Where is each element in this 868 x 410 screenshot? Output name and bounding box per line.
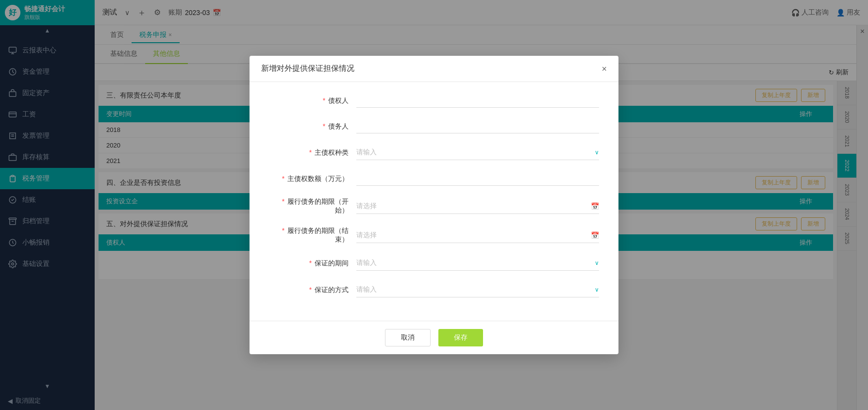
- period-end-label: * 履行债务的期限（结束）: [269, 227, 356, 244]
- claim-amount-label: * 主债权数额（万元）: [269, 175, 356, 183]
- save-button[interactable]: 保存: [438, 329, 483, 346]
- guarantee-method-label-text: 保证的方式: [315, 286, 349, 294]
- form-row-creditor: * 债权人: [269, 94, 599, 108]
- period-end-date-picker[interactable]: 请选择 📅: [356, 228, 599, 243]
- guarantee-period-select[interactable]: 请输入 ∨: [356, 256, 599, 271]
- guarantee-period-label-text: 保证的期间: [315, 259, 349, 267]
- period-end-placeholder: 请选择: [356, 231, 377, 240]
- claim-amount-control: [356, 172, 599, 186]
- debtor-label: * 债务人: [269, 122, 356, 131]
- modal-footer: 取消 保存: [250, 321, 618, 354]
- form-row-guarantee-period: * 保证的期间 请输入 ∨: [269, 256, 599, 271]
- creditor-label: * 债权人: [269, 97, 356, 105]
- cancel-button[interactable]: 取消: [385, 329, 431, 346]
- claim-amount-input[interactable]: [356, 172, 599, 186]
- modal-close-button[interactable]: ×: [601, 65, 607, 73]
- creditor-label-text: 债权人: [328, 97, 349, 104]
- guarantee-period-label: * 保证的期间: [269, 259, 356, 268]
- creditor-input[interactable]: [356, 94, 599, 108]
- guarantee-method-required-mark: *: [309, 286, 312, 294]
- form-row-period-start: * 履行债务的期限（开始） 请选择 📅: [269, 197, 599, 215]
- period-start-label: * 履行债务的期限（开始）: [269, 197, 356, 215]
- period-end-control: 请选择 📅: [356, 228, 599, 243]
- debtor-control: [356, 119, 599, 133]
- guarantee-period-control: 请输入 ∨: [356, 256, 599, 271]
- debtor-label-text: 债务人: [328, 122, 349, 130]
- form-row-claim-type: * 主债权种类 请输入 ∨: [269, 145, 599, 160]
- period-start-control: 请选择 📅: [356, 199, 599, 214]
- period-end-required-mark: *: [282, 227, 284, 234]
- form-row-claim-amount: * 主债权数额（万元）: [269, 172, 599, 186]
- period-start-placeholder: 请选择: [356, 202, 377, 211]
- guarantee-method-control: 请输入 ∨: [356, 282, 599, 297]
- modal-header: 新增对外提供保证担保情况 ×: [250, 56, 618, 82]
- debtor-input[interactable]: [356, 119, 599, 133]
- guarantee-period-arrow-icon: ∨: [595, 260, 599, 266]
- guarantee-method-label: * 保证的方式: [269, 286, 356, 295]
- period-end-label-text: 履行债务的期限（结束）: [287, 227, 349, 243]
- claim-type-label: * 主债权种类: [269, 148, 356, 157]
- debtor-required-mark: *: [323, 122, 325, 130]
- period-start-label-text: 履行债务的期限（开始）: [287, 197, 349, 214]
- claim-type-control: 请输入 ∨: [356, 145, 599, 160]
- form-row-debtor: * 债务人: [269, 119, 599, 133]
- modal-body: * 债权人 * 债务人 *: [250, 82, 618, 321]
- claim-type-placeholder: 请输入: [356, 148, 377, 157]
- modal-overlay: 新增对外提供保证担保情况 × * 债权人 * 债务人: [0, 0, 868, 410]
- period-start-date-picker[interactable]: 请选择 📅: [356, 199, 599, 214]
- period-start-calendar-icon[interactable]: 📅: [591, 202, 599, 210]
- guarantee-method-placeholder: 请输入: [356, 285, 377, 294]
- period-end-calendar-icon[interactable]: 📅: [591, 231, 599, 239]
- guarantee-period-required-mark: *: [309, 259, 312, 267]
- claim-type-arrow-icon: ∨: [595, 149, 599, 156]
- creditor-control: [356, 94, 599, 108]
- creditor-required-mark: *: [323, 97, 325, 104]
- guarantee-period-placeholder: 请输入: [356, 259, 377, 267]
- claim-type-select[interactable]: 请输入 ∨: [356, 145, 599, 160]
- guarantee-method-select[interactable]: 请输入 ∨: [356, 282, 599, 297]
- claim-amount-required-mark: *: [282, 175, 284, 182]
- claim-amount-label-text: 主债权数额（万元）: [287, 175, 349, 182]
- modal-title: 新增对外提供保证担保情况: [261, 64, 354, 74]
- modal-dialog: 新增对外提供保证担保情况 × * 债权人 * 债务人: [250, 56, 618, 354]
- form-row-guarantee-method: * 保证的方式 请输入 ∨: [269, 282, 599, 297]
- guarantee-method-arrow-icon: ∨: [595, 286, 599, 293]
- period-start-required-mark: *: [282, 197, 284, 205]
- claim-type-required-mark: *: [309, 148, 312, 156]
- claim-type-label-text: 主债权种类: [315, 148, 349, 156]
- form-row-period-end: * 履行债务的期限（结束） 请选择 📅: [269, 227, 599, 244]
